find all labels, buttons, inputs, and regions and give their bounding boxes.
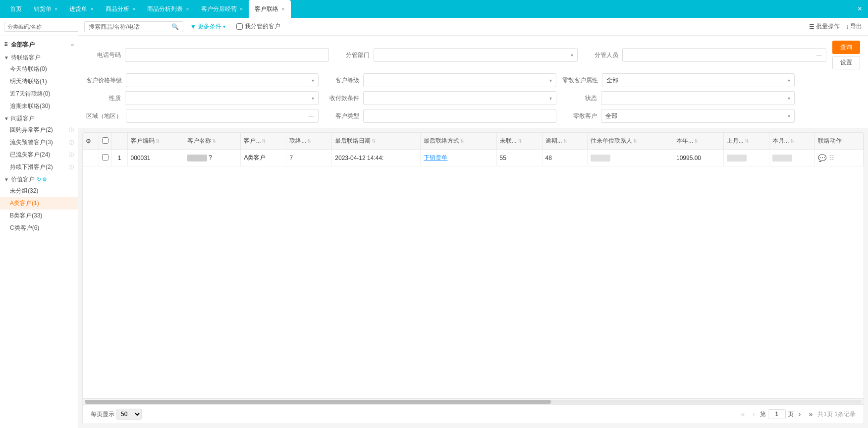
- close-all-tabs[interactable]: ×: [858, 4, 862, 13]
- sidebar-item-tomorrow-contact[interactable]: 明天待联络(1): [0, 75, 78, 88]
- nav-purchase[interactable]: 进货单 ×: [63, 0, 99, 18]
- last-page-btn[interactable]: »: [806, 409, 816, 419]
- group-problem-customers[interactable]: ▼ 问题客户: [0, 112, 78, 124]
- export-button[interactable]: ↓ 导出: [846, 22, 862, 31]
- settings-table-icon[interactable]: ⚙: [86, 138, 91, 145]
- sidebar-item-class-c[interactable]: C类客户(6): [0, 222, 78, 234]
- sort-code-icon[interactable]: ⇅: [156, 138, 160, 144]
- col-this-month[interactable]: 本月... ⇅: [769, 133, 814, 150]
- col-overdue[interactable]: 逾期... ⇅: [542, 133, 588, 150]
- sidebar-item-overdue-contact[interactable]: 逾期未联络(30): [0, 100, 78, 112]
- refresh-icon[interactable]: ↻: [37, 176, 41, 183]
- page-input[interactable]: [768, 409, 786, 419]
- filter-retail-attr-select[interactable]: 全部 ▾: [602, 73, 795, 87]
- filter-customer-grade-select[interactable]: ▾: [363, 73, 557, 87]
- nav-customer-contact[interactable]: 客户联络 ×: [249, 0, 290, 18]
- col-contact[interactable]: 联络... ⇅: [286, 133, 332, 150]
- sidebar-search-input[interactable]: [4, 22, 79, 32]
- my-customer-checkbox[interactable]: [236, 23, 243, 30]
- query-button[interactable]: 查询: [832, 41, 860, 54]
- filter-retail-customer-select[interactable]: 全部 ▾: [601, 109, 795, 123]
- sort-contact-icon[interactable]: ⇅: [307, 138, 311, 144]
- sidebar-item-repurchase-anomaly[interactable]: 回购异常客户(2) ⓘ: [0, 124, 78, 136]
- col-type[interactable]: 客户... ⇅: [241, 133, 286, 150]
- settings-small-icon[interactable]: ⚙: [42, 176, 47, 183]
- sort-last-date-icon[interactable]: ⇅: [372, 138, 376, 144]
- nav-sales-order[interactable]: 销货单 ×: [28, 0, 63, 18]
- close-purchase[interactable]: ×: [90, 6, 93, 12]
- sidebar-item-ungrouped[interactable]: 未分组(32): [0, 185, 78, 197]
- filter-customer-type-input[interactable]: [363, 109, 557, 123]
- filter-payment-select[interactable]: ▾: [363, 91, 557, 105]
- group-waiting-contact[interactable]: ▼ 待联络客户: [0, 52, 78, 63]
- last-method-link[interactable]: 下销货单: [424, 154, 447, 161]
- filter-row-4: 区域（地区） ··· 客户类型 零散客户 全部 ▾: [86, 109, 860, 123]
- filter-dept-select[interactable]: ▾: [374, 48, 578, 62]
- col-checkbox[interactable]: [99, 133, 111, 150]
- qr-icon[interactable]: ⠿: [829, 154, 834, 162]
- batch-op-button[interactable]: ☰ 批量操作: [809, 22, 840, 31]
- col-last-month[interactable]: 上月... ⇅: [723, 133, 769, 150]
- cell-last-method[interactable]: 下销货单: [421, 150, 496, 166]
- first-page-btn[interactable]: «: [738, 409, 748, 419]
- close-sales-order[interactable]: ×: [54, 6, 57, 12]
- all-customers-header[interactable]: ⠿ 全部客户 «: [0, 38, 78, 52]
- sidebar-item-class-b[interactable]: B类客户(33): [0, 210, 78, 222]
- settings-button[interactable]: 设置: [832, 56, 860, 69]
- prev-page-btn[interactable]: ‹: [750, 409, 758, 419]
- filter-nature-select[interactable]: ▾: [125, 91, 319, 105]
- row-checkbox[interactable]: [102, 154, 108, 160]
- sort-name-icon[interactable]: ⇅: [212, 138, 216, 144]
- close-customer-tier[interactable]: ×: [240, 6, 243, 12]
- col-this-year[interactable]: 本年... ⇅: [673, 133, 723, 150]
- col-no-contact[interactable]: 未联... ⇅: [496, 133, 542, 150]
- col-settings[interactable]: ⚙: [83, 133, 99, 150]
- sort-no-contact-icon[interactable]: ⇅: [518, 138, 522, 144]
- filter-more-btn[interactable]: ▼ 更多条件 ▾: [187, 21, 228, 32]
- close-product-analysis-list[interactable]: ×: [186, 6, 189, 12]
- message-icon[interactable]: 💬: [818, 154, 826, 162]
- close-customer-contact[interactable]: ×: [281, 6, 284, 12]
- filter-manager-input[interactable]: ···: [622, 48, 826, 62]
- table-scroll[interactable]: ⚙ 客户编码 ⇅: [83, 133, 864, 398]
- col-history[interactable]: 往来单位联系人 ⇅: [588, 133, 673, 150]
- sort-this-month-icon[interactable]: ⇅: [790, 138, 794, 144]
- next-page-btn[interactable]: ›: [796, 409, 804, 419]
- sidebar-item-churned[interactable]: 已流失客户(24) ⓘ: [0, 149, 78, 161]
- bottom-scrollbar[interactable]: [83, 398, 864, 404]
- filter-price-tier-select[interactable]: ▾: [126, 73, 319, 87]
- sort-overdue-icon[interactable]: ⇅: [563, 138, 567, 144]
- col-last-method[interactable]: 最后联络方式 ⇅: [421, 133, 496, 150]
- sidebar-item-today-contact[interactable]: 今天待联络(0): [0, 63, 78, 75]
- page-size-dropdown[interactable]: 50 100 200: [116, 409, 142, 420]
- sidebar-item-churn-warning[interactable]: 流失预警客户(3) ⓘ: [0, 136, 78, 149]
- col-code[interactable]: 客户编码 ⇅: [127, 133, 184, 150]
- filter-phone-input[interactable]: [125, 48, 329, 62]
- sidebar-item-declining[interactable]: 持续下滑客户(2) ⓘ: [0, 161, 78, 173]
- close-product-analysis[interactable]: ×: [132, 6, 135, 12]
- col-name[interactable]: 客户名称 ⇅: [184, 133, 240, 150]
- scrollbar-thumb[interactable]: [85, 400, 551, 404]
- nav-product-analysis[interactable]: 商品分析 ×: [100, 0, 141, 18]
- toolbar-search-input[interactable]: [89, 23, 171, 30]
- col-last-date[interactable]: 最后联络日期 ⇅: [332, 133, 421, 150]
- sort-last-method-icon[interactable]: ⇅: [460, 138, 464, 144]
- sort-last-month-icon[interactable]: ⇅: [745, 138, 749, 144]
- sidebar-item-7days-contact[interactable]: 近7天待联络(0): [0, 88, 78, 100]
- my-customer-checkbox-label[interactable]: 我分管的客户: [236, 22, 280, 31]
- scrollbar-track[interactable]: [85, 400, 862, 404]
- sort-type-icon[interactable]: ⇅: [262, 138, 266, 144]
- filter-region-input[interactable]: ···: [126, 109, 319, 123]
- sidebar-item-class-a[interactable]: A类客户(1): [0, 197, 78, 210]
- filter-status-select[interactable]: ▾: [601, 91, 795, 105]
- nav-product-analysis-list[interactable]: 商品分析列表 ×: [141, 0, 195, 18]
- nav-home[interactable]: 首页: [4, 0, 28, 18]
- select-all-checkbox[interactable]: [102, 137, 108, 144]
- group-value-customers[interactable]: ▼ 价值客户 ↻ ⚙: [0, 173, 78, 185]
- sort-this-year-icon[interactable]: ⇅: [694, 138, 698, 144]
- toolbar-search-icon[interactable]: 🔍: [171, 23, 179, 30]
- nav-customer-tier[interactable]: 客户分层经营 ×: [195, 0, 249, 18]
- sort-history-icon[interactable]: ⇅: [633, 138, 637, 144]
- collapse-icon[interactable]: «: [71, 42, 74, 48]
- cell-checkbox[interactable]: [99, 150, 111, 166]
